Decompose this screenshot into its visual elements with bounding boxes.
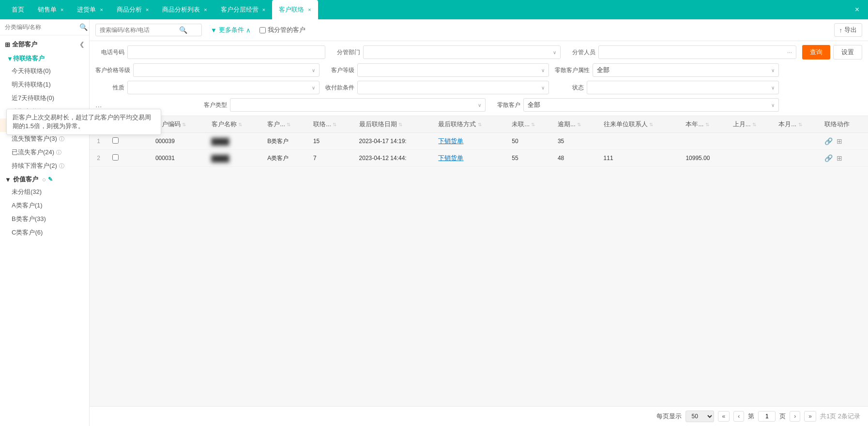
- close-product-analysis-tab[interactable]: ×: [146, 7, 149, 13]
- nav-tab-purchase[interactable]: 进货单 ×: [70, 0, 109, 19]
- sidebar-search-icon[interactable]: 🔍: [79, 23, 88, 31]
- settings-button[interactable]: 设置: [833, 45, 862, 59]
- chevron-up-icon: ∧: [246, 27, 251, 34]
- th-overdue[interactable]: 逾期... ⇅: [553, 116, 599, 133]
- main-layout: 🔍 ⊞ 全部客户 ❮ ▼ 待联络客户 今天待联络(0) 明天待联络(1) 近7天…: [0, 19, 868, 426]
- payment-select[interactable]: ∨: [357, 81, 549, 94]
- cell-last-method[interactable]: 下销货单: [433, 150, 507, 167]
- page-input[interactable]: [758, 411, 776, 422]
- sidebar-search-input[interactable]: [5, 24, 77, 30]
- cell-checkbox[interactable]: [107, 133, 130, 150]
- close-sales-tab[interactable]: ×: [61, 7, 63, 13]
- sidebar-item-b-class[interactable]: B类客户(33): [0, 212, 89, 226]
- cell-category: A类客户: [262, 150, 308, 167]
- nav-tab-product-analysis[interactable]: 商品分析 ×: [110, 0, 155, 19]
- nav-tab-product-list[interactable]: 商品分析列表 ×: [155, 0, 213, 19]
- sidebar-item-7days[interactable]: 近7天待联络(0): [0, 91, 89, 105]
- sidebar-item-a-class[interactable]: A类客户(1): [0, 199, 89, 212]
- nav-tab-customer-segment[interactable]: 客户分层经营 ×: [214, 0, 272, 19]
- th-contact-label: 联络...: [313, 120, 331, 128]
- cell-index: 1: [90, 133, 107, 150]
- th-last-method[interactable]: 最后联络方式 ⇅: [433, 116, 507, 133]
- cell-checkbox[interactable]: [107, 150, 130, 167]
- total-pages: 页: [779, 412, 786, 421]
- sidebar-edit-icon[interactable]: ✎: [48, 176, 53, 183]
- customer-type-select[interactable]: ∨: [230, 98, 486, 112]
- nav-close-btn[interactable]: ×: [851, 5, 863, 14]
- next-page-btn[interactable]: ›: [790, 411, 800, 422]
- nav-tab-sales[interactable]: 销售单 ×: [31, 0, 70, 19]
- close-purchase-tab[interactable]: ×: [100, 7, 103, 13]
- export-button[interactable]: ↑ 导出: [834, 23, 863, 37]
- content-area: 🔍 ▼ 更多条件 ∧ 我分管的客户 ↑ 导出: [90, 19, 868, 426]
- cell-this-month: [774, 150, 820, 167]
- first-page-btn[interactable]: «: [718, 411, 730, 422]
- collapse-icon[interactable]: ❮: [79, 41, 84, 48]
- last-page-btn[interactable]: »: [804, 411, 816, 422]
- cell-code: 000039: [151, 133, 207, 150]
- filter-manager: 分管人员 ···: [566, 45, 796, 59]
- my-customer-checkbox-wrap[interactable]: 我分管的客户: [259, 26, 305, 34]
- phone-input[interactable]: [127, 45, 325, 59]
- manager-select[interactable]: ···: [598, 45, 796, 59]
- th-last-date[interactable]: 最后联络日期 ⇅: [354, 116, 434, 133]
- sidebar-item-declining[interactable]: 持续下滑客户(2) ⓘ: [0, 159, 89, 173]
- gender-select[interactable]: ∨: [127, 81, 320, 94]
- search-bar-right: ↑ 导出: [834, 23, 863, 37]
- sort-this-month-icon: ⇅: [798, 122, 802, 127]
- th-this-month[interactable]: 本月... ⇅: [774, 116, 820, 133]
- action-grid-icon[interactable]: ⊞: [837, 154, 842, 162]
- sidebar-item-ungrouped[interactable]: 未分组(32): [0, 185, 89, 199]
- th-last-month[interactable]: 上月... ⇅: [728, 116, 774, 133]
- cell-action: 🔗 ⊞: [820, 150, 868, 167]
- action-link-icon[interactable]: 🔗: [824, 137, 833, 145]
- retail-attr-select[interactable]: 全部 ∨: [593, 63, 779, 77]
- nav-tab-home[interactable]: 首页: [5, 0, 31, 19]
- action-grid-icon[interactable]: ⊞: [837, 137, 842, 145]
- nav-tab-customer-contact[interactable]: 客户联络 ×: [272, 0, 318, 19]
- page-label: 第: [748, 412, 754, 421]
- close-customer-segment-tab[interactable]: ×: [262, 7, 265, 13]
- action-link-icon[interactable]: 🔗: [824, 154, 833, 162]
- export-icon: ↑: [839, 27, 843, 34]
- status-select[interactable]: ∨: [587, 81, 779, 94]
- my-customer-checkbox[interactable]: [259, 27, 266, 33]
- close-customer-contact-tab[interactable]: ×: [308, 7, 311, 13]
- th-category[interactable]: 客户... ⇅: [262, 116, 308, 133]
- filter-retail-attr: 零散客户属性 全部 ∨: [555, 63, 779, 77]
- page-size-select[interactable]: 50 100 200: [685, 411, 714, 422]
- table-row: 2 000031 ████ A类客户 7 2023-04-12 14:44: 下…: [90, 150, 868, 167]
- sidebar-item-tomorrow[interactable]: 明天待联络(1): [0, 78, 89, 91]
- filter-btn-group: 查询 设置: [802, 45, 862, 59]
- filter-gender: 性质 ∨: [95, 81, 320, 94]
- filter-phone: 电话号码: [95, 45, 325, 59]
- table-inner: ⚙ 客户编码 ⇅ 客户名称 ⇅ 客户... ⇅: [90, 116, 868, 406]
- sort-contact-icon: ⇅: [333, 122, 336, 127]
- close-product-list-tab[interactable]: ×: [204, 7, 207, 13]
- search-icon-btn[interactable]: 🔍: [179, 26, 187, 34]
- price-level-select[interactable]: ∨: [133, 63, 320, 77]
- prev-page-btn[interactable]: ‹: [733, 411, 744, 422]
- filter-more-btn[interactable]: ▼ 更多条件 ∧: [207, 24, 255, 36]
- search-input[interactable]: [100, 27, 177, 33]
- sidebar-item-today[interactable]: 今天待联络(0): [0, 64, 89, 78]
- cell-last-method[interactable]: 下销货单: [433, 133, 507, 150]
- query-button[interactable]: 查询: [802, 45, 830, 59]
- sidebar-all-customers[interactable]: ⊞ 全部客户 ❮: [0, 37, 89, 52]
- customer-level-select[interactable]: ∨: [357, 63, 549, 77]
- sidebar-item-c-class[interactable]: C类客户(6): [0, 226, 89, 239]
- th-this-year[interactable]: 本年... ⇅: [681, 116, 728, 133]
- th-contact[interactable]: 联络... ⇅: [308, 116, 354, 133]
- th-not-contacted[interactable]: 未联... ⇅: [507, 116, 553, 133]
- cell-spacer: [130, 133, 151, 150]
- filter-dots[interactable]: ...: [95, 101, 102, 109]
- cell-this-year: [681, 133, 728, 150]
- sidebar-pending-section: ▼ 待联络客户: [0, 52, 89, 64]
- sort-contact-person-icon: ⇅: [649, 122, 653, 127]
- cell-category: B类客户: [262, 133, 308, 150]
- dept-select[interactable]: ∨: [363, 45, 561, 59]
- sidebar-item-churned[interactable]: 已流失客户(24) ⓘ: [0, 146, 89, 159]
- retail-customer-select[interactable]: 全部 ∨: [523, 98, 779, 112]
- th-contact-person[interactable]: 往来单位联系人 ⇅: [599, 116, 681, 133]
- th-name[interactable]: 客户名称 ⇅: [207, 116, 263, 133]
